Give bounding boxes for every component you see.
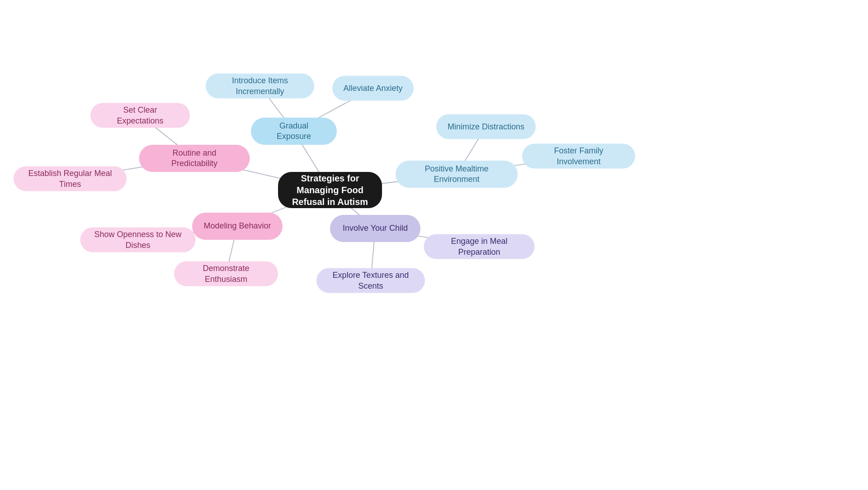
node-positive-mealtime[interactable]: Positive Mealtime Environment (396, 161, 518, 188)
node-routine-predictability[interactable]: Routine and Predictability (139, 145, 250, 172)
node-modeling-behavior[interactable]: Modeling Behavior (192, 213, 283, 240)
node-involve-your-child[interactable]: Involve Your Child (330, 215, 420, 242)
node-demonstrate-enthusiasm[interactable]: Demonstrate Enthusiasm (174, 262, 278, 286)
center-node[interactable]: Strategies for Managing Food Refusal in … (278, 172, 382, 208)
node-introduce-items[interactable]: Introduce Items Incrementally (206, 74, 314, 99)
mind-map: Strategies for Managing Food Refusal in … (0, 0, 868, 490)
node-foster-family[interactable]: Foster Family Involvement (522, 144, 635, 169)
node-show-openness[interactable]: Show Openness to New Dishes (80, 228, 196, 252)
node-explore-textures[interactable]: Explore Textures and Scents (316, 268, 425, 293)
node-alleviate-anxiety[interactable]: Alleviate Anxiety (332, 76, 414, 101)
node-set-clear-expectations[interactable]: Set Clear Expectations (90, 103, 190, 128)
node-minimize-distractions[interactable]: Minimize Distractions (436, 114, 536, 139)
node-engage-meal-prep[interactable]: Engage in Meal Preparation (424, 234, 535, 259)
node-gradual-exposure[interactable]: Gradual Exposure (251, 118, 337, 145)
node-establish-meal-times[interactable]: Establish Regular Meal Times (14, 167, 127, 191)
